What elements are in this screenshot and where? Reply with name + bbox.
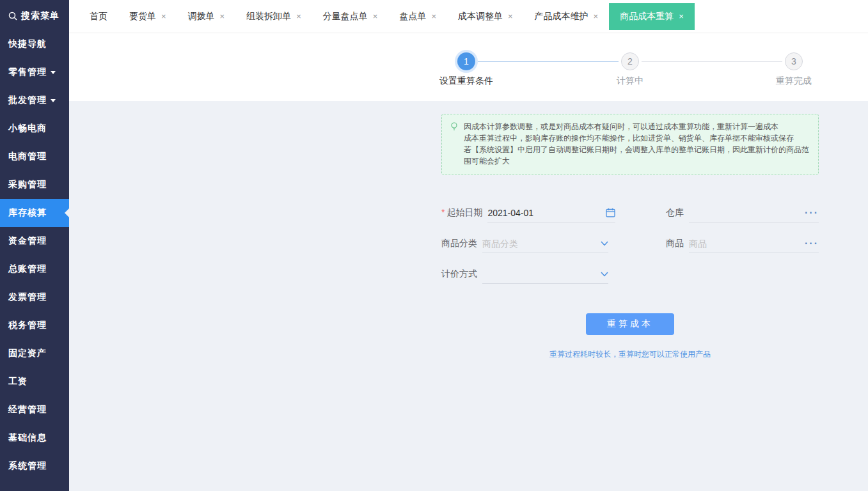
main-area: 首页 要货单× 调拨单× 组装拆卸单× 分量盘点单× 盘点单× 成本调整单× 产… (69, 0, 868, 491)
sidebar-item-label: 快捷导航 (8, 38, 47, 50)
start-date-label: 起始日期 (441, 207, 482, 219)
step-circle: 3 (785, 52, 803, 70)
sidebar-item-purchasing[interactable]: 采购管理 (0, 171, 69, 199)
step-label: 设置重算条件 (439, 75, 493, 87)
sidebar-item-quick-nav[interactable]: 快捷导航 (0, 30, 69, 58)
start-date-input[interactable] (487, 208, 603, 218)
sidebar-item-xiaochang-ecom[interactable]: 小畅电商 (0, 114, 69, 143)
tab-label: 调拨单 (188, 11, 215, 22)
sidebar-item-label: 资金管理 (8, 235, 47, 247)
sidebar-item-label: 库存核算 (8, 207, 47, 219)
sidebar-item-label: 税务管理 (8, 320, 47, 331)
warehouse-label: 仓库 (652, 207, 684, 219)
sidebar-item-general-ledger[interactable]: 总账管理 (0, 255, 69, 283)
step-circle: 2 (621, 52, 639, 70)
sidebar-item-label: 零售管理 (8, 66, 47, 78)
sidebar-item-payroll[interactable]: 工资 (0, 368, 69, 396)
sidebar-item-inventory-accounting[interactable]: 库存核算 (0, 199, 69, 227)
tab-label: 分量盘点单 (323, 11, 368, 22)
tab-label: 产品成本维护 (535, 11, 588, 22)
tab-label: 首页 (90, 11, 107, 22)
sidebar-item-label: 系统管理 (8, 460, 47, 472)
sidebar-item-label: 固定资产 (8, 348, 47, 359)
sidebar-item-label: 总账管理 (8, 263, 47, 275)
tab-label: 成本调整单 (458, 11, 503, 22)
recalc-hint-text: 重算过程耗时较长，重算时您可以正常使用产品 (441, 349, 819, 360)
tab-label: 商品成本重算 (620, 11, 674, 22)
close-icon[interactable]: × (161, 12, 166, 20)
close-icon[interactable]: × (431, 12, 436, 20)
sidebar-item-partial[interactable] (0, 480, 69, 491)
ellipsis-picker-icon[interactable]: ··· (805, 238, 819, 249)
close-icon[interactable]: × (679, 12, 684, 20)
notice-line: 成本重算过程中，影响库存账的操作均不能操作，比如进货单、销货单、库存单据不能审核… (464, 132, 809, 144)
close-icon[interactable]: × (296, 12, 301, 20)
pricing-method-field (482, 265, 608, 284)
sidebar-item-funds[interactable]: 资金管理 (0, 227, 69, 255)
category-input[interactable] (482, 238, 598, 249)
tab-requisition[interactable]: 要货单× (118, 3, 177, 30)
sidebar: 搜索菜单 快捷导航 零售管理 批发管理 小畅电商 电商管理 采购管理 库存核算 … (0, 0, 69, 491)
sidebar-item-label: 经营管理 (8, 404, 47, 416)
tab-stocktake[interactable]: 盘点单× (388, 3, 447, 30)
product-label: 商品 (652, 238, 684, 249)
step-1-set-conditions: 1 设置重算条件 (457, 52, 475, 70)
sidebar-item-label: 采购管理 (8, 179, 47, 191)
tab-label: 要货单 (129, 11, 156, 22)
recalculate-cost-button[interactable]: 重算成本 (586, 313, 674, 335)
step-label: 重算完成 (776, 75, 812, 87)
category-field (482, 234, 608, 253)
warehouse-input[interactable] (689, 208, 805, 218)
sidebar-item-business-mgmt[interactable]: 经营管理 (0, 396, 69, 424)
start-date-field (487, 203, 615, 222)
close-icon[interactable]: × (594, 12, 599, 20)
close-icon[interactable]: × (220, 12, 225, 20)
close-icon[interactable]: × (373, 12, 378, 20)
step-2-calculating: 2 计算中 (621, 52, 639, 70)
sidebar-item-wholesale[interactable]: 批发管理 (0, 86, 69, 114)
stepper: 1 设置重算条件 2 计算中 3 重算完成 (441, 52, 819, 70)
sidebar-item-label: 批发管理 (8, 95, 47, 106)
category-label: 商品分类 (441, 238, 477, 249)
sidebar-item-invoices[interactable]: 发票管理 (0, 283, 69, 311)
sidebar-item-system-mgmt[interactable]: 系统管理 (0, 452, 69, 480)
stepper-panel: 1 设置重算条件 2 计算中 3 重算完成 (69, 33, 868, 101)
product-input[interactable] (689, 238, 805, 249)
sidebar-item-ecommerce[interactable]: 电商管理 (0, 143, 69, 171)
step-connector (478, 61, 619, 62)
tab-cost-adjustment[interactable]: 成本调整单× (447, 3, 524, 30)
close-icon[interactable]: × (508, 12, 513, 20)
calendar-icon[interactable] (606, 208, 615, 217)
sidebar-item-tax[interactable]: 税务管理 (0, 311, 69, 339)
step-connector (642, 61, 782, 62)
search-icon (8, 12, 17, 20)
chevron-down-icon[interactable] (601, 272, 608, 277)
chevron-down-icon[interactable] (601, 241, 608, 246)
chevron-down-icon (51, 99, 56, 102)
tab-partial-stocktake[interactable]: 分量盘点单× (312, 3, 389, 30)
notice-line: 因成本计算参数调整，或是对商品成本有疑问时，可以通过成本重算功能，重新计算一遍成… (464, 121, 809, 132)
product-field: ··· (689, 234, 819, 253)
tab-label: 组装拆卸单 (246, 11, 291, 22)
sidebar-item-fixed-assets[interactable]: 固定资产 (0, 339, 69, 368)
tab-transfer[interactable]: 调拨单× (177, 3, 236, 30)
tab-home[interactable]: 首页 (79, 3, 118, 30)
ellipsis-picker-icon[interactable]: ··· (805, 208, 819, 218)
sidebar-item-label: 电商管理 (8, 151, 47, 162)
tab-cost-recalculation[interactable]: 商品成本重算× (609, 3, 695, 30)
recalc-form: 起始日期 仓库 ··· (441, 203, 819, 360)
sidebar-item-label: 发票管理 (8, 292, 47, 303)
sidebar-item-search-menu[interactable]: 搜索菜单 (0, 2, 69, 30)
sidebar-item-basic-info[interactable]: 基础信息 (0, 424, 69, 452)
pricing-method-label: 计价方式 (441, 269, 477, 280)
tab-label: 盘点单 (399, 11, 426, 22)
warehouse-field: ··· (689, 203, 819, 222)
chevron-down-icon (51, 71, 56, 74)
pricing-method-input[interactable] (482, 269, 598, 279)
sidebar-item-retail[interactable]: 零售管理 (0, 58, 69, 86)
tab-product-cost-maintenance[interactable]: 产品成本维护× (524, 3, 610, 30)
step-label: 计算中 (617, 75, 643, 87)
notice-box: 因成本计算参数调整，或是对商品成本有疑问时，可以通过成本重算功能，重新计算一遍成… (441, 114, 819, 175)
notice-line: 若【系统设置】中启用了自动调整记账日期时，会调整入库单的整单记账日期，因此重新计… (464, 144, 809, 167)
tab-assembly[interactable]: 组装拆卸单× (235, 3, 312, 30)
